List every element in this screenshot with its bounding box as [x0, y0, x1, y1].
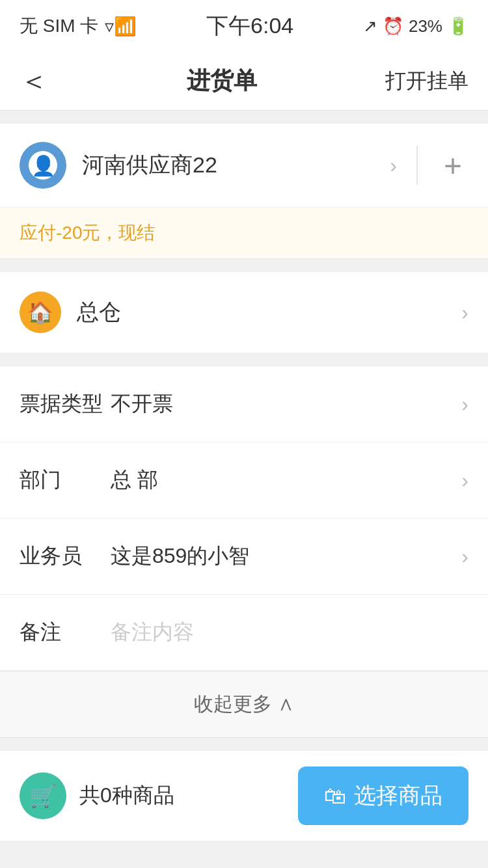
salesperson-value: 这是859的小智 — [111, 542, 455, 571]
wifi-icon: ▿📶 — [105, 16, 137, 37]
battery-label: 23% — [409, 16, 442, 36]
select-product-button[interactable]: 🛍 选择商品 — [298, 766, 468, 825]
supplier-avatar — [20, 142, 66, 189]
department-label: 部门 — [20, 466, 111, 495]
supplier-name: 河南供应商22 — [82, 150, 390, 180]
chevron-right-icon-warehouse: › — [461, 301, 468, 325]
warehouse-icon: 🏠 — [20, 292, 61, 333]
battery-icon: 🔋 — [448, 16, 468, 36]
salesperson-row[interactable]: 业务员 这是859的小智 › — [0, 519, 488, 595]
product-icon: 🛒 — [20, 772, 66, 819]
location-icon: ↗ — [363, 16, 377, 36]
warehouse-row[interactable]: 🏠 总仓 › — [0, 272, 488, 353]
remark-label: 备注 — [20, 618, 111, 647]
status-time: 下午6:04 — [206, 11, 293, 41]
chevron-right-icon-invoice: › — [461, 392, 468, 416]
department-row[interactable]: 部门 总 部 › — [0, 442, 488, 519]
carrier-label: 无 SIM 卡 — [20, 14, 98, 38]
status-bar: 无 SIM 卡 ▿📶 下午6:04 ↗ ⏰ 23% 🔋 — [0, 0, 488, 52]
remark-placeholder[interactable]: 备注内容 — [111, 618, 468, 647]
product-count: 共0种商品 — [79, 781, 298, 810]
salesperson-label: 业务员 — [20, 542, 111, 571]
chevron-right-icon-sales: › — [461, 545, 468, 569]
status-left: 无 SIM 卡 ▿📶 — [20, 14, 137, 38]
chevron-right-icon: › — [390, 154, 397, 178]
invoice-type-row[interactable]: 票据类型 不开票 › — [0, 366, 488, 442]
chevron-right-icon-dept: › — [461, 468, 468, 493]
open-pending-button[interactable]: 打开挂单 — [385, 67, 468, 96]
product-bar: 🛒 共0种商品 🛍 选择商品 — [0, 751, 488, 841]
avatar-icon — [29, 151, 57, 180]
nav-bar: ＜ 进货单 打开挂单 — [0, 52, 488, 111]
invoice-type-label: 票据类型 — [20, 390, 111, 418]
status-right: ↗ ⏰ 23% 🔋 — [363, 16, 468, 36]
invoice-type-value: 不开票 — [111, 390, 455, 418]
supplier-divider — [416, 146, 418, 185]
supplier-row[interactable]: 河南供应商22 › + — [0, 124, 488, 208]
warehouse-name: 总仓 — [77, 297, 461, 327]
select-product-label: 选择商品 — [354, 781, 442, 811]
page-title: 进货单 — [187, 65, 257, 97]
department-value: 总 部 — [111, 466, 455, 495]
notice-banner: 应付-20元，现结 — [0, 208, 488, 259]
remark-row[interactable]: 备注 备注内容 — [0, 595, 488, 671]
notice-text: 应付-20元，现结 — [20, 223, 155, 243]
collapse-button[interactable]: 收起更多 ∧ — [0, 671, 488, 738]
section-gap-3 — [0, 353, 488, 366]
select-product-icon: 🛍 — [324, 783, 346, 809]
section-gap-2 — [0, 259, 488, 272]
alarm-icon: ⏰ — [383, 16, 403, 36]
section-gap-1 — [0, 111, 488, 124]
add-supplier-button[interactable]: + — [437, 148, 468, 183]
back-button[interactable]: ＜ — [20, 62, 59, 100]
